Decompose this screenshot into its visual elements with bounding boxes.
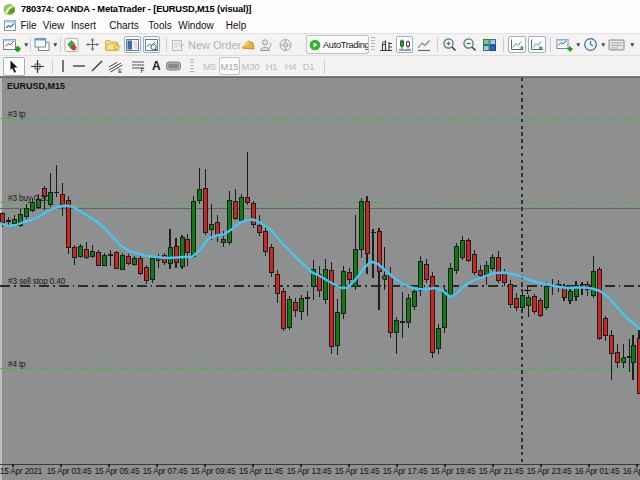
- svg-text:#3 tp: #3 tp: [8, 110, 26, 119]
- svg-text:15 Apr 17:45: 15 Apr 17:45: [383, 467, 428, 476]
- svg-text:15 Apr 19:45: 15 Apr 19:45: [431, 467, 476, 476]
- svg-text:15 Apr 23:45: 15 Apr 23:45: [527, 467, 572, 476]
- svg-text:#4 tp: #4 tp: [8, 360, 26, 369]
- svg-text:15 Apr 11:45: 15 Apr 11:45: [239, 467, 284, 476]
- svg-text:15 Apr 05:45: 15 Apr 05:45: [95, 467, 140, 476]
- svg-text:#3 sell stop 0.40: #3 sell stop 0.40: [8, 277, 66, 286]
- svg-text:15 Apr 21:45: 15 Apr 21:45: [479, 467, 524, 476]
- svg-text:15 Apr 09:45: 15 Apr 09:45: [191, 467, 236, 476]
- svg-text:EURUSD,M15: EURUSD,M15: [7, 81, 65, 91]
- svg-text:15 Apr 13:45: 15 Apr 13:45: [287, 467, 332, 476]
- svg-text:15 Apr 03:45: 15 Apr 03:45: [47, 467, 92, 476]
- svg-text:16 Apr 01:45: 16 Apr 01:45: [575, 467, 620, 476]
- svg-text:F: F: [141, 67, 145, 73]
- svg-text:15 Apr 2021: 15 Apr 2021: [0, 467, 43, 476]
- svg-text:#3 buy 0.20: #3 buy 0.20: [8, 194, 50, 203]
- svg-text:15 Apr 15:45: 15 Apr 15:45: [335, 467, 380, 476]
- svg-text:E: E: [118, 68, 122, 74]
- svg-text:15 Apr 07:45: 15 Apr 07:45: [143, 467, 188, 476]
- svg-text:16 Apr 03:45: 16 Apr 03:45: [623, 467, 640, 476]
